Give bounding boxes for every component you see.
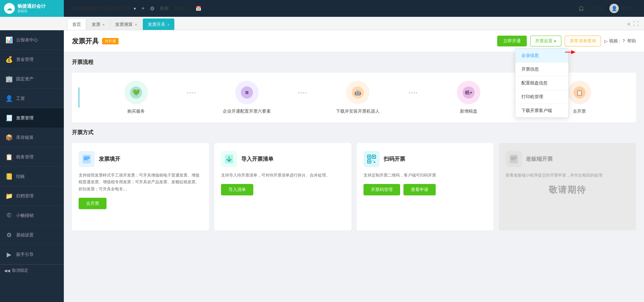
dropdown-item-peizhi[interactable]: 配置税盘信息 bbox=[515, 76, 568, 90]
sidebar-label-shuiwu: 税务管理 bbox=[16, 154, 34, 160]
abnormal-button[interactable]: 异常清单查询 bbox=[565, 36, 601, 46]
tab-fapiaocesuan[interactable]: 发票测算 × bbox=[110, 18, 142, 30]
flow-connector-3 bbox=[407, 92, 419, 103]
sidebar-label-fapiao: 发票管理 bbox=[16, 115, 34, 121]
sidebar-label-gongzi: 工资 bbox=[16, 96, 25, 102]
consultation-label: 人工咨询 bbox=[585, 5, 603, 11]
svg-rect-20 bbox=[369, 156, 370, 157]
tab-bar: 首页 发票 × 发票测算 × 发票开具 × × ⛶ bbox=[0, 17, 644, 30]
settings-button-label: 开票设置 bbox=[535, 38, 553, 44]
sidebar-item-guidang[interactable]: 📁 归档管理 bbox=[0, 186, 64, 206]
sidebar: 📊 云报表中心 💰 资金管理 🏢 固定资产 👤 工资 🧾 发票管理 📦 库存核算… bbox=[0, 30, 64, 302]
sidebar-item-gongzi[interactable]: 👤 工资 bbox=[0, 89, 64, 108]
scan-apply-button[interactable]: 查看申请 bbox=[403, 184, 436, 195]
svg-text:📋: 📋 bbox=[576, 89, 583, 96]
tab-bar-actions: × ⛶ bbox=[627, 21, 639, 28]
step-label-3: 下载并安装开票机器人 bbox=[336, 108, 380, 114]
tab-fapiaokaiju[interactable]: 发票开具 × bbox=[143, 18, 174, 30]
step-label-1: 购买服务 bbox=[127, 108, 145, 114]
dropdown-item-xiazai[interactable]: 下载开票客户端 bbox=[515, 104, 568, 117]
svg-rect-12 bbox=[84, 157, 90, 157]
calendar-icon[interactable]: 📅 bbox=[196, 6, 201, 11]
user-info[interactable]: 👤 徐泽华 bbox=[609, 4, 634, 13]
sidebar-item-yunbao[interactable]: 📊 云报表中心 bbox=[0, 30, 64, 50]
play-icon: ▶ bbox=[5, 251, 13, 258]
sidebar-item-jiezhang[interactable]: 📒 结账 bbox=[0, 167, 64, 186]
dropdown-item-dayin[interactable]: 打印机管理 bbox=[515, 90, 568, 104]
video-label[interactable]: 视频 bbox=[609, 38, 618, 44]
scan-desc: 支持定制开票二维码，客户端可扫码开票 bbox=[363, 172, 487, 179]
methods-section-title: 开票方式 bbox=[72, 129, 636, 136]
company-selector[interactable]: 重庆畅捷交通信息咨询有限公司 ▾ bbox=[71, 5, 136, 11]
flow-divider bbox=[79, 87, 79, 108]
logo-text: 畅捷通好会计 bbox=[17, 3, 46, 9]
top-bar-actions: 🎧 人工咨询 👤 徐泽华 bbox=[578, 4, 641, 13]
tab-fapiao[interactable]: 发票 × bbox=[87, 18, 110, 30]
sidebar-item-fapiao[interactable]: 🧾 发票管理 bbox=[0, 108, 64, 128]
boss-pending: 敬请期待 bbox=[506, 184, 629, 196]
import-button[interactable]: 导入清单 bbox=[221, 184, 253, 195]
tab-fapiao-close[interactable]: × bbox=[102, 23, 104, 27]
svg-rect-25 bbox=[510, 155, 518, 163]
copyright-icon: © bbox=[5, 212, 13, 219]
svg-rect-23 bbox=[373, 160, 373, 161]
settings-dropdown: 企业信息 开票信息 配置税盘信息 打印机管理 下载开票客户端 bbox=[515, 48, 569, 118]
tab-fapiao-label: 发票 bbox=[92, 22, 100, 28]
methods-section: 开票方式 发票填开 支持按照发票样式手工填开发票；可开具增值税电子普通发票、增值… bbox=[72, 129, 636, 230]
sidebar-collapse-label: 取消固定 bbox=[12, 268, 28, 273]
scan-qr-button[interactable]: 开票码管理 bbox=[363, 184, 400, 195]
tab-fapiaocesuan-close[interactable]: × bbox=[135, 23, 137, 27]
fill-go-button[interactable]: 去开票 bbox=[79, 198, 106, 209]
tab-home[interactable]: 首页 bbox=[67, 18, 86, 30]
step-label-2: 企业开通配置开票六要素 bbox=[223, 108, 271, 114]
person-icon: 👤 bbox=[5, 95, 13, 102]
logo-icon: ☁ bbox=[4, 3, 15, 14]
dropdown-arrow-icon: ▾ bbox=[554, 39, 556, 44]
sidebar-label-guidang: 归档管理 bbox=[16, 193, 34, 199]
pin-icon: ◀◀ bbox=[4, 268, 10, 273]
help-area: ▷ 视频 | ？ 帮助 bbox=[604, 38, 636, 44]
maximize-icon[interactable]: ⛶ bbox=[633, 21, 639, 28]
flow-step-2: ≡ 企业开通配置开票六要素 bbox=[197, 81, 297, 114]
sidebar-item-zijin[interactable]: 💰 资金管理 bbox=[0, 50, 64, 69]
red-arrow-icon bbox=[565, 48, 578, 56]
activate-button[interactable]: 立即开通 bbox=[497, 36, 527, 46]
step-icon-2: ≡ bbox=[235, 81, 259, 104]
settings-button[interactable]: 开票设置 ▾ bbox=[530, 36, 561, 46]
settings-icon[interactable]: ⚙ bbox=[150, 5, 155, 12]
svg-text:税+: 税+ bbox=[465, 90, 472, 95]
close-window-icon[interactable]: × bbox=[627, 21, 631, 28]
sidebar-item-kucun[interactable]: 📦 库存核算 bbox=[0, 128, 64, 147]
method-card-boss: 老板端开票 查看老板端小程序提交的开票申请，并作出相应的处理 敬请期待 bbox=[499, 143, 636, 230]
sidebar-item-jichushezhi[interactable]: ⚙ 基础设置 bbox=[0, 225, 64, 245]
username: 徐泽华 bbox=[621, 5, 634, 11]
sidebar-item-xiaochang[interactable]: © 小畅报销 bbox=[0, 206, 64, 225]
tab-home-label: 首页 bbox=[72, 22, 81, 28]
sidebar-label-xinshouyindao: 新手引导 bbox=[16, 252, 34, 258]
content-area: 发票开具 待开通 立即开通 开票设置 ▾ 异常清单查询 ▷ 视频 | ？ 帮助 bbox=[64, 30, 644, 302]
sidebar-label-jiezhang: 结账 bbox=[16, 174, 25, 180]
help-label[interactable]: 帮助 bbox=[627, 38, 636, 44]
header-actions: 立即开通 开票设置 ▾ 异常清单查询 ▷ 视频 | ？ 帮助 bbox=[497, 36, 636, 46]
dropdown-label-xiazai: 下载开票客户端 bbox=[521, 108, 552, 113]
import-title: 导入开票清单 bbox=[241, 156, 273, 163]
flow-connector-1 bbox=[186, 92, 197, 103]
sidebar-collapse[interactable]: ◀◀ 取消固定 bbox=[0, 264, 64, 276]
dropdown-item-qiye[interactable]: 企业信息 bbox=[515, 49, 568, 63]
sidebar-item-xinshouyindao[interactable]: ▶ 新手引导 bbox=[0, 245, 64, 264]
svg-rect-27 bbox=[511, 158, 517, 159]
add-icon[interactable]: + bbox=[141, 5, 144, 11]
sidebar-label-xiaochang: 小畅报销 bbox=[16, 213, 34, 219]
tab-fapiaokaiju-close[interactable]: × bbox=[167, 23, 169, 27]
avatar: 👤 bbox=[609, 4, 619, 13]
sidebar-item-shuiwu[interactable]: 📋 税务管理 bbox=[0, 147, 64, 167]
dropdown-item-kaipiao[interactable]: 开票信息 bbox=[515, 63, 568, 76]
consultation-btn[interactable]: 🎧 人工咨询 bbox=[578, 5, 603, 11]
step-icon-3: 🤖 bbox=[346, 81, 370, 104]
play-circle-icon[interactable]: ▷ bbox=[604, 39, 608, 44]
main-layout: 📊 云报表中心 💰 资金管理 🏢 固定资产 👤 工资 🧾 发票管理 📦 库存核算… bbox=[0, 30, 644, 302]
sidebar-label-kucun: 库存核算 bbox=[16, 135, 34, 141]
method-card-import-header: 导入开票清单 bbox=[221, 151, 345, 167]
method-card-scan: 扫码开票 支持定制开票二维码，客户端可扫码开票 开票码管理 查看申请 bbox=[357, 143, 494, 230]
sidebar-item-gudingzichan[interactable]: 🏢 固定资产 bbox=[0, 69, 64, 89]
